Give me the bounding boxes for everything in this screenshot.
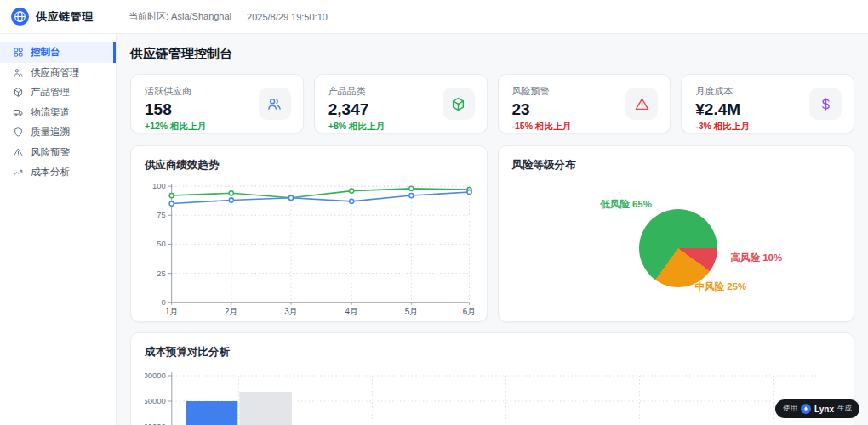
badge-prefix: 使用 [783, 404, 797, 414]
sidebar-item-label: 控制台 [31, 46, 60, 59]
svg-text:600000: 600000 [145, 371, 166, 380]
pie-graphic [639, 209, 717, 287]
alert-icon [634, 96, 650, 112]
sidebar-item-label: 成本分析 [31, 166, 70, 178]
sidebar-item-label: 产品管理 [31, 86, 70, 99]
sidebar-item-logistics[interactable]: 物流渠道 [0, 103, 116, 123]
lynx-logo-icon [801, 404, 811, 414]
stat-cards-row: 活跃供应商158+12% 相比上月产品品类2,347+8% 相比上月风险预警23… [130, 74, 854, 133]
shield-icon [13, 127, 24, 138]
dashboard-icon [13, 47, 24, 58]
sidebar-item-products[interactable]: 产品管理 [0, 82, 116, 103]
sidebar-item-label: 风险预警 [31, 146, 70, 159]
supplier-performance-line-chart: 02550751001月2月3月4月5月6月 [145, 178, 473, 322]
truck-icon [13, 107, 24, 118]
sidebar-item-risk[interactable]: 风险预警 [0, 143, 116, 163]
svg-text:450000: 450000 [145, 396, 166, 405]
sidebar-item-cost[interactable]: 成本分析 [0, 162, 116, 183]
globe-logo-icon [11, 8, 29, 26]
trend-icon [13, 167, 24, 178]
svg-text:0: 0 [161, 298, 165, 307]
stat-card-product-categories: 产品品类2,347+8% 相比上月 [314, 74, 488, 133]
pie-chart-card: 风险等级分布 低风险 65% 高风险 10% 中风险 25% [498, 145, 855, 322]
svg-text:3月: 3月 [284, 307, 297, 316]
alert-icon [13, 147, 24, 158]
sidebar-item-label: 物流渠道 [31, 106, 70, 119]
top-header: 供应链管理 当前时区: Asia/Shanghai 2025/8/29 19:5… [0, 0, 868, 34]
dollar-icon [818, 96, 834, 112]
package-icon [13, 87, 24, 98]
sidebar-item-label: 质量追溯 [31, 126, 70, 139]
stat-icon-box [625, 88, 658, 120]
app-brand: 供应链管理 [0, 8, 117, 26]
app-title: 供应链管理 [36, 9, 94, 25]
svg-text:75: 75 [157, 210, 165, 219]
svg-text:300000: 300000 [145, 422, 166, 425]
line-chart-card: 供应商绩效趋势 02550751001月2月3月4月5月6月 [130, 145, 488, 322]
sidebar-item-quality[interactable]: 质量追溯 [0, 122, 116, 143]
badge-suffix: 生成 [837, 404, 852, 414]
line-chart-title: 供应商绩效趋势 [145, 158, 473, 173]
page-title: 供应链管理控制台 [130, 46, 854, 62]
main-content: 供应链管理控制台 活跃供应商158+12% 相比上月产品品类2,347+8% 相… [117, 34, 868, 425]
sidebar-item-label: 供应商管理 [31, 66, 80, 79]
risk-distribution-pie-chart: 低风险 65% 高风险 10% 中风险 25% [512, 178, 841, 322]
users-icon [266, 96, 283, 112]
timezone-label: 当前时区: Asia/Shanghai [128, 10, 231, 23]
pie-chart-title: 风险等级分布 [512, 158, 841, 173]
bar-chart-title: 成本预算对比分析 [145, 345, 840, 360]
stat-icon-box [809, 88, 842, 120]
stat-delta: -15% 相比上月 [512, 121, 657, 133]
svg-text:4月: 4月 [345, 307, 357, 316]
stat-delta: +12% 相比上月 [145, 121, 289, 133]
stat-icon-box [259, 88, 291, 120]
stat-card-active-suppliers: 活跃供应商158+12% 相比上月 [130, 74, 304, 133]
cost-budget-bar-chart: 600000450000300000 [145, 365, 840, 425]
pie-label-high-risk: 高风险 10% [731, 252, 783, 264]
bar-chart-card: 成本预算对比分析 600000450000300000 [130, 332, 854, 425]
stat-delta: -3% 相比上月 [695, 121, 840, 133]
stat-icon-box [443, 88, 475, 120]
badge-brand: Lynx [814, 405, 834, 414]
svg-text:1月: 1月 [165, 307, 178, 316]
sidebar-item-dashboard[interactable]: 控制台 [0, 42, 116, 63]
stat-card-monthly-cost: 月度成本¥2.4M-3% 相比上月 [681, 74, 854, 133]
sidebar: 控制台供应商管理产品管理物流渠道质量追溯风险预警成本分析 [0, 34, 117, 425]
users-icon [13, 67, 24, 78]
svg-text:50: 50 [157, 239, 165, 248]
package-icon [450, 96, 466, 112]
stat-delta: +8% 相比上月 [328, 121, 473, 133]
pie-label-mid-risk: 中风险 25% [695, 280, 747, 293]
datetime-text: 2025/8/29 19:50:10 [247, 12, 328, 22]
stat-card-risk-alerts: 风险预警23-15% 相比上月 [498, 74, 671, 133]
svg-text:6月: 6月 [463, 307, 476, 316]
svg-text:100: 100 [152, 181, 166, 190]
svg-text:5月: 5月 [405, 307, 418, 316]
pie-label-low-risk: 低风险 65% [600, 198, 652, 211]
svg-text:2月: 2月 [225, 307, 237, 316]
lynx-generated-badge[interactable]: 使用 Lynx 生成 [775, 400, 859, 418]
sidebar-item-suppliers[interactable]: 供应商管理 [0, 63, 116, 83]
svg-text:25: 25 [157, 269, 165, 278]
